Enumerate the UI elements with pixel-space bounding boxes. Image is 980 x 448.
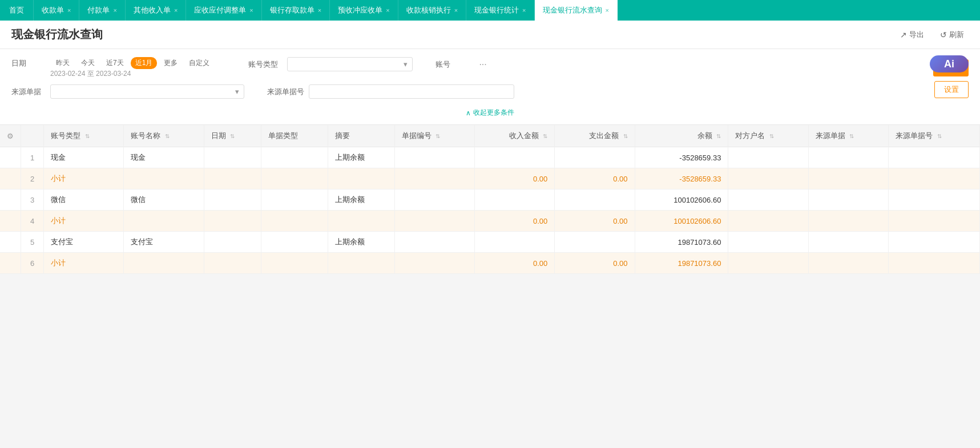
cell-summary [328, 211, 395, 232]
filter-area: 日期 昨天 今天 近7天 近1月 更多 自定义 2023-02-24 至 202… [0, 49, 980, 125]
cell-account-type: 微信 [44, 189, 124, 211]
cell-summary [328, 253, 395, 274]
cell-source-doc [808, 147, 888, 168]
data-table: ⚙ 账号类型 ⇅ 账号名称 ⇅ 日期 ⇅ 单据类型 [0, 125, 980, 274]
date-btn-more[interactable]: 更多 [159, 57, 182, 69]
nav-tab-收款核销执行[interactable]: 收款核销执行 × [398, 0, 466, 21]
th-source-doc[interactable]: 来源单据 ⇅ [808, 125, 888, 147]
account-more-button[interactable]: ··· [474, 57, 491, 72]
nav-tab-其他收入单[interactable]: 其他收入单 × [126, 0, 186, 21]
cell-date [204, 189, 261, 211]
cell-expense: 0.00 [555, 253, 635, 274]
th-account-type[interactable]: 账号类型 ⇅ [44, 125, 124, 147]
nav-tab-预收冲应收单[interactable]: 预收冲应收单 × [330, 0, 398, 21]
table-row: 6小计0.000.0019871073.60 [0, 253, 980, 274]
cell-source-doc [808, 168, 888, 189]
date-btn-custom[interactable]: 自定义 [184, 57, 214, 69]
close-icon[interactable]: × [386, 7, 389, 14]
cell-balance: 19871073.60 [635, 253, 728, 274]
cell-source-doc [808, 211, 888, 232]
th-balance[interactable]: 余额 ⇅ [635, 125, 728, 147]
cell-summary: 上期余额 [328, 189, 395, 211]
cell-income: 0.00 [475, 168, 555, 189]
cell-summary: 上期余额 [328, 147, 395, 168]
th-income[interactable]: 收入金额 ⇅ [475, 125, 555, 147]
sort-icon: ⇅ [769, 133, 774, 139]
nav-tab-现金银行统计[interactable]: 现金银行统计 × [466, 0, 534, 21]
close-icon[interactable]: × [318, 7, 321, 14]
cell-balance: 100102606.60 [635, 189, 728, 211]
nav-tab-应收应付调整单[interactable]: 应收应付调整单 × [186, 0, 261, 21]
cell-doc-type [261, 232, 328, 253]
cell-income: 0.00 [475, 211, 555, 232]
close-icon[interactable]: × [249, 7, 253, 14]
cell-date [204, 168, 261, 189]
cell-balance: -3528659.33 [635, 147, 728, 168]
close-icon[interactable]: × [454, 7, 458, 14]
close-icon[interactable]: × [67, 7, 71, 14]
cell-account-type: 小计 [44, 211, 124, 232]
sort-icon: ⇅ [937, 133, 942, 139]
nav-tab-现金银行流水查询[interactable]: 现金银行流水查询 × [535, 0, 618, 21]
date-options: 昨天 今天 近7天 近1月 更多 自定义 [51, 57, 214, 69]
cell-doc-type [261, 253, 328, 274]
th-date[interactable]: 日期 ⇅ [204, 125, 261, 147]
close-icon[interactable]: × [522, 7, 526, 14]
cell-account-name [124, 211, 204, 232]
source-doc-select[interactable]: ▾ [50, 84, 244, 99]
cell-source-doc-no [888, 147, 979, 168]
cell-doc-no [394, 168, 474, 189]
date-btn-1month[interactable]: 近1月 [131, 57, 158, 69]
settings-button[interactable]: 设置 [934, 81, 969, 98]
cell-counterparty [728, 253, 808, 274]
close-icon[interactable]: × [113, 7, 116, 14]
date-btn-7days[interactable]: 近7天 [102, 57, 128, 69]
cell-doc-type [261, 168, 328, 189]
collapse-bar[interactable]: ∧ 收起更多条件 [11, 104, 969, 119]
th-account-name[interactable]: 账号名称 ⇅ [124, 125, 204, 147]
sort-icon: ⇅ [85, 133, 90, 139]
collapse-icon: ∧ [466, 109, 471, 117]
close-icon[interactable]: × [606, 7, 609, 14]
gear-icon[interactable]: ⚙ [7, 132, 14, 140]
export-button[interactable]: ↗ 导出 [896, 27, 929, 42]
close-icon[interactable]: × [174, 7, 178, 14]
source-doc-no-input[interactable] [309, 84, 514, 99]
refresh-button[interactable]: ↺ 刷新 [935, 27, 969, 42]
date-btn-today[interactable]: 今天 [76, 57, 99, 69]
cell-index: 2 [21, 168, 44, 189]
refresh-icon: ↺ [940, 30, 947, 39]
cell-expense [555, 147, 635, 168]
th-counterparty[interactable]: 对方户名 ⇅ [728, 125, 808, 147]
cell-summary [328, 168, 395, 189]
cell-source-doc-no [888, 168, 979, 189]
th-expense[interactable]: 支出金额 ⇅ [555, 125, 635, 147]
th-doc-no[interactable]: 单据编号 ⇅ [394, 125, 474, 147]
cell-income [475, 189, 555, 211]
nav-home[interactable]: 首页 [0, 0, 34, 21]
sort-icon: ⇅ [623, 133, 628, 139]
cell-account-name: 微信 [124, 189, 204, 211]
ai-badge[interactable]: Ai [930, 55, 969, 72]
nav-tab-银行存取款单[interactable]: 银行存取款单 × [262, 0, 330, 21]
cell-date [204, 253, 261, 274]
cell-doc-no [394, 211, 474, 232]
chevron-down-icon: ▾ [404, 60, 408, 68]
nav-tab-付款单[interactable]: 付款单 × [79, 0, 125, 21]
th-gear[interactable]: ⚙ [0, 125, 21, 147]
cell-account-name [124, 253, 204, 274]
cell-date [204, 232, 261, 253]
table-header-row: ⚙ 账号类型 ⇅ 账号名称 ⇅ 日期 ⇅ 单据类型 [0, 125, 980, 147]
th-source-doc-no[interactable]: 来源单据号 ⇅ [888, 125, 979, 147]
cell-doc-type [261, 189, 328, 211]
account-type-select[interactable]: ▾ [287, 57, 413, 71]
sort-icon: ⇅ [230, 133, 235, 139]
nav-tab-收款单[interactable]: 收款单 × [34, 0, 79, 21]
cell-expense [555, 189, 635, 211]
source-doc-no-label: 来源单据号 [267, 87, 304, 97]
cell-source-doc [808, 232, 888, 253]
cell-date [204, 147, 261, 168]
cell-account-type: 小计 [44, 168, 124, 189]
date-btn-yesterday[interactable]: 昨天 [51, 57, 74, 69]
cell-balance: 19871073.60 [635, 232, 728, 253]
